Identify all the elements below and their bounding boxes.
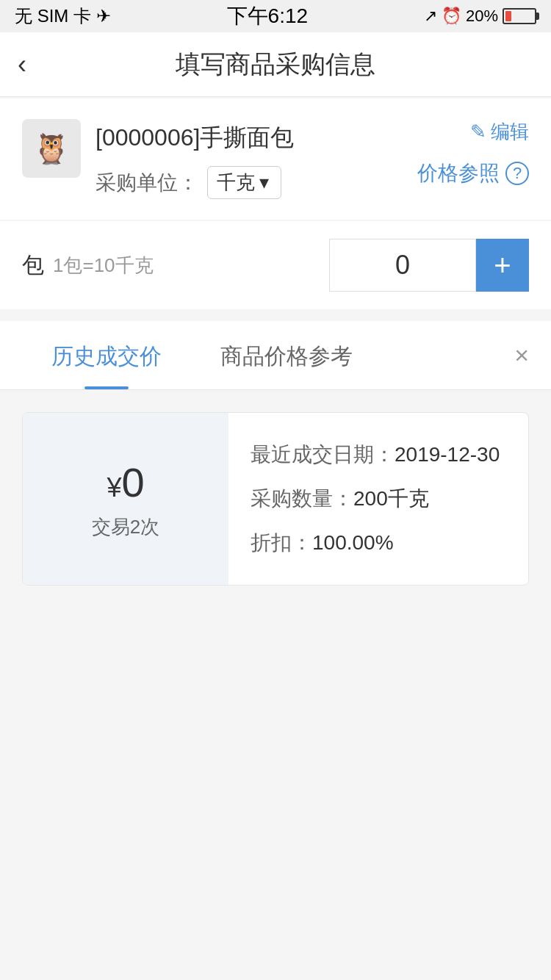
recent-date-row: 最近成交日期：2019-12-30 — [251, 439, 506, 470]
price-value: 0 — [121, 459, 144, 505]
quantity-label-area: 包 1包=10千克 — [22, 251, 154, 281]
discount-label: 折扣： — [251, 531, 312, 554]
tab-close-button[interactable]: × — [514, 341, 529, 370]
transaction-price: ¥0 — [107, 458, 144, 507]
transaction-count: 交易2次 — [92, 514, 159, 540]
recent-date-value: 2019-12-30 — [395, 443, 500, 466]
price-ref-button[interactable]: 价格参照 ? — [417, 159, 529, 187]
tab-history-price[interactable]: 历史成交价 — [22, 321, 191, 389]
sim-label: 无 SIM 卡 ✈ — [15, 4, 111, 28]
dropdown-icon: ▾ — [259, 171, 269, 194]
transaction-card: ¥0 交易2次 最近成交日期：2019-12-30 采购数量：200千克 折扣：… — [22, 412, 529, 586]
edit-label: 编辑 — [491, 119, 529, 145]
nav-bar: ‹ 填写商品采购信息 — [0, 32, 551, 97]
product-right-col: ✎ 编辑 价格参照 ? — [417, 119, 529, 187]
battery-pct: 20% — [466, 7, 498, 26]
product-unit-row: 采购单位： 千克 ▾ — [96, 166, 294, 199]
unit-conversion: 1包=10千克 — [53, 253, 154, 278]
status-time: 下午6:12 — [227, 2, 309, 30]
price-ref-label: 价格参照 — [417, 159, 500, 187]
back-button[interactable]: ‹ — [18, 49, 26, 80]
edit-icon: ✎ — [470, 120, 486, 143]
product-info: [0000006]手撕面包 采购单位： 千克 ▾ — [96, 119, 294, 199]
tabs-section: 历史成交价 商品价格参考 × — [0, 321, 551, 390]
status-left: 无 SIM 卡 ✈ — [15, 4, 111, 28]
quantity-plus-button[interactable]: + — [476, 239, 529, 292]
quantity-section: 包 1包=10千克 0 + — [0, 221, 551, 309]
recent-date-label: 最近成交日期： — [251, 443, 395, 466]
quantity-input[interactable]: 0 — [329, 239, 476, 292]
alarm-icon: ⏰ — [442, 7, 461, 26]
quantity-label: 采购数量： — [251, 487, 353, 510]
edit-button[interactable]: ✎ 编辑 — [470, 119, 529, 145]
unit-select-button[interactable]: 千克 ▾ — [207, 166, 281, 199]
quantity-control: 0 + — [329, 239, 529, 292]
discount-row: 折扣：100.00% — [251, 527, 506, 558]
product-section: 🦉 [0000006]手撕面包 采购单位： 千克 ▾ ✎ 编辑 价格参照 — [0, 98, 551, 220]
battery-fill — [505, 11, 511, 21]
status-right: ↗ ⏰ 20% — [424, 7, 536, 26]
tab-price-reference[interactable]: 商品价格参考 — [191, 321, 382, 389]
unit-badge: 包 — [22, 251, 44, 281]
status-bar: 无 SIM 卡 ✈ 下午6:12 ↗ ⏰ 20% — [0, 0, 551, 32]
discount-value: 100.00% — [312, 531, 394, 554]
product-name: [0000006]手撕面包 — [96, 122, 294, 154]
transaction-details: 最近成交日期：2019-12-30 采购数量：200千克 折扣：100.00% — [228, 413, 528, 585]
unit-text-label: 采购单位： — [96, 169, 198, 197]
tabs-header: 历史成交价 商品价格参考 × — [0, 321, 551, 389]
content-area: ¥0 交易2次 最近成交日期：2019-12-30 采购数量：200千克 折扣：… — [0, 390, 551, 608]
page-title: 填写商品采购信息 — [176, 48, 375, 82]
transaction-summary: ¥0 交易2次 — [23, 413, 228, 585]
product-logo: 🦉 — [22, 119, 81, 178]
question-icon[interactable]: ? — [505, 162, 529, 185]
currency-symbol: ¥ — [107, 472, 121, 502]
question-mark: ? — [513, 164, 522, 183]
location-icon: ↗ — [424, 7, 437, 26]
tabs-group: 历史成交价 商品价格参考 — [22, 321, 382, 389]
battery-indicator — [503, 8, 536, 24]
owl-icon: 🦉 — [33, 131, 70, 166]
unit-value: 千克 — [217, 170, 255, 195]
purchase-quantity-row: 采购数量：200千克 — [251, 483, 506, 514]
quantity-value: 200千克 — [353, 487, 429, 510]
